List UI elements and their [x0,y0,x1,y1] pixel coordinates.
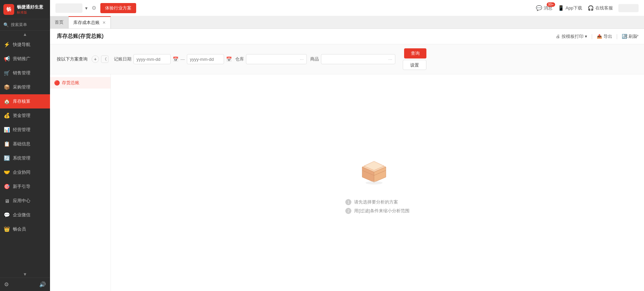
sidebar-item-inventory[interactable]: 🏠 库存核算 [0,94,50,108]
sidebar-label-wechat: 企业微信 [13,212,30,218]
export-icon: 📤 [597,34,602,39]
calendar-end-icon[interactable]: 📅 [226,56,232,62]
settings-btn[interactable]: 设置 [403,60,426,70]
goods-more-icon[interactable]: ··· [388,56,392,62]
tab-inventory-ledger[interactable]: 库存成本总账 ✕ [69,16,111,28]
filter-warehouse-field: 仓库 ··· [235,54,307,64]
brand-placeholder [55,3,82,13]
panel-actions: ✕ ⤢ [622,32,641,40]
date-end-input[interactable] [187,54,224,64]
sidebar-label-sales: 销售管理 [13,70,30,76]
sidebar-label-appstore: 应用中心 [13,198,30,204]
filter-row: 记账日期 📅 — 📅 仓库 ··· 商品 [114,48,637,70]
sidebar-item-basic[interactable]: 📋 基础信息 [0,137,50,151]
sidebar-item-finance[interactable]: 💰 资金管理 [0,108,50,123]
service-label: 在线客服 [595,5,613,11]
warehouse-select[interactable]: ··· [246,54,307,64]
filter-label: 按以下方案查询 [57,56,88,62]
logo-sub-text: 标准版 [17,10,43,15]
sidebar-item-wechat[interactable]: 💬 企业微信 [0,208,50,222]
sidebar-item-guide[interactable]: 🎯 新手引导 [0,179,50,194]
sidebar-item-quick-nav[interactable]: ⚡ 快捷导航 [0,38,50,52]
basic-icon: 📋 [3,141,10,147]
tab-close-icon[interactable]: ✕ [102,20,106,25]
audio-icon[interactable]: 🔊 [39,281,46,288]
export-btn[interactable]: 📤 导出 [597,33,612,40]
filter-add-btn[interactable]: + [92,55,99,63]
trial-btn[interactable]: 体验行业方案 [100,3,136,13]
svg-point-7 [366,181,382,185]
sidebar-item-purchase[interactable]: 📦 采购管理 [0,80,50,94]
export-label: 导出 [603,33,612,40]
scheme-item-inventory-total[interactable]: 🔴 存货总账 [50,77,110,89]
filter-date-field: 记账日期 📅 — 📅 [114,54,232,64]
panel-resize-btn[interactable]: ⤢ [633,32,641,40]
member-icon: 👑 [3,226,10,233]
topbar-settings-icon[interactable]: ⚙ [92,5,96,11]
scroll-up-arrow[interactable]: ▲ [0,31,50,38]
warehouse-more-icon[interactable]: ··· [300,56,304,62]
page-title: 库存总账(存货总账) [57,33,104,40]
print-dropdown-icon[interactable]: ▾ [585,34,587,39]
topbar-app-download[interactable]: 📱 App下载 [558,5,582,11]
sidebar-bottom: ⚙ 🔊 [0,277,50,291]
tab-home[interactable]: 首页 [50,16,69,28]
sidebar-label-member: 畅会员 [13,226,26,232]
filter-goods-field: 商品 ··· [310,54,395,64]
print-btn[interactable]: 🖨 按模板打印 ▾ [556,33,587,40]
sidebar-item-appstore[interactable]: 🖥 应用中心 [0,194,50,208]
goods-select[interactable]: ··· [321,54,395,64]
quick-nav-icon: ⚡ [3,41,10,48]
sidebar-label-system: 系统管理 [13,155,30,161]
divider1: | [591,33,593,40]
logo-text: 畅捷通好生意 标准版 [17,4,43,15]
date-field-label: 记账日期 [114,56,131,62]
operations-icon: 📊 [3,126,10,133]
enterprise-icon: 🤝 [3,169,10,176]
main-area: ▾ ⚙ 体验行业方案 💬 消息 99+ 📱 App下载 🎧 在线客服 首页 [50,0,644,291]
date-start-input[interactable] [133,54,171,64]
topbar-right: 💬 消息 99+ 📱 App下载 🎧 在线客服 [536,4,639,12]
msg-icon: 💬 [536,5,542,11]
guide-icon: 🎯 [3,183,10,190]
sidebar-item-enterprise[interactable]: 🤝 企业协同 [0,165,50,179]
sidebar-item-marketing[interactable]: 📢 营销推广 [0,52,50,66]
tip-text-2: 用[过滤]条件来缩小分析范围 [354,208,409,214]
scheme-selector: 🔴 存货总账 [50,74,111,291]
sidebar-item-system[interactable]: 🔄 系统管理 [0,151,50,165]
finance-icon: 💰 [3,112,10,119]
inventory-icon: 🏠 [3,98,10,105]
tab-inventory-label: 库存成本总账 [73,20,100,26]
app-icon: 📱 [558,5,564,11]
topbar-dropdown-icon[interactable]: ▾ [85,5,88,11]
logo-icon: 畅 [3,4,14,15]
sidebar-logo: 畅 畅捷通好生意 标准版 [0,0,50,19]
topbar-service[interactable]: 🎧 在线客服 [588,5,613,11]
empty-state: 1 请先选择要分析的方案 2 用[过滤]条件来缩小分析范围 [111,74,644,291]
sidebar-item-sales[interactable]: 🛒 销售管理 [0,66,50,80]
empty-illustration [357,152,398,192]
sidebar-label-enterprise: 企业协同 [13,169,30,175]
settings-icon[interactable]: ⚙ [4,281,9,288]
purchase-icon: 📦 [3,84,10,91]
filter-collapse-btn[interactable]: 《 [101,55,108,63]
goods-label: 商品 [310,56,319,62]
tip-num-1: 1 [345,199,351,205]
app-label: App下载 [566,5,582,11]
panel-close-btn[interactable]: ✕ [622,32,630,40]
empty-box-svg [357,152,391,186]
content-area: 库存总账(存货总账) 🖨 按模板打印 ▾ | 📤 导出 | 🔄 刷新 [50,29,644,291]
topbar-msg[interactable]: 💬 消息 99+ [536,5,552,11]
sidebar-item-member[interactable]: 👑 畅会员 [0,222,50,236]
search-menu-label: 搜索菜单 [11,22,27,28]
sidebar-item-operations[interactable]: 📊 经营管理 [0,123,50,137]
sidebar-label-operations: 经营管理 [13,127,30,133]
calendar-start-icon[interactable]: 📅 [173,56,178,62]
query-btn[interactable]: 查询 [404,48,426,58]
search-menu-item[interactable]: 🔍 搜索菜单 [0,19,50,31]
topbar-user-avatar[interactable] [618,4,639,12]
warehouse-label: 仓库 [235,56,244,62]
sidebar-label-purchase: 采购管理 [13,84,30,90]
wechat-icon: 💬 [3,212,10,218]
scroll-down-arrow[interactable]: ▼ [0,271,50,277]
